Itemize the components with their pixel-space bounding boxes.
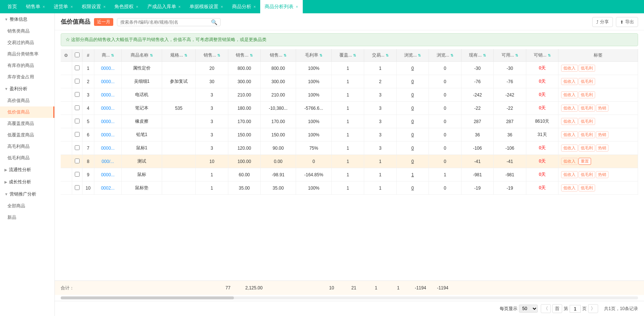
col-browse1[interactable]: 浏览... ⇅	[396, 49, 429, 62]
next-page-button[interactable]: 〉	[588, 304, 598, 313]
row-select-checkbox[interactable]	[75, 65, 80, 70]
nav-product-analysis-list[interactable]: 商品分析列表 ×	[260, 0, 302, 13]
row-browse1[interactable]: 0	[396, 142, 429, 155]
page-size-select[interactable]: 50 20 100	[519, 305, 538, 313]
close-icon[interactable]: ×	[136, 4, 138, 9]
row-settings[interactable]	[61, 168, 72, 181]
prev-page-button[interactable]: 〈	[541, 304, 551, 313]
row-select-checkbox[interactable]	[75, 105, 80, 110]
col-sellable[interactable]: 可销... ⇅	[526, 49, 559, 62]
sidebar-item-new-products[interactable]: 新品	[0, 212, 54, 223]
sidebar-item-high-coverage[interactable]: 高覆盖度商品	[0, 118, 54, 129]
row-checkbox[interactable]	[72, 115, 82, 128]
row-checkbox[interactable]	[72, 102, 82, 115]
row-checkbox[interactable]	[72, 128, 82, 142]
browse1-link[interactable]: 0	[411, 79, 414, 84]
nav-purchase[interactable]: 进货单 ×	[49, 0, 77, 13]
nav-product-analysis[interactable]: 商品分析 ×	[228, 0, 260, 13]
export-button[interactable]: ⬆ 导出	[616, 17, 638, 27]
row-browse1[interactable]: 0	[396, 115, 429, 128]
close-icon[interactable]: ×	[70, 4, 73, 9]
row-select-checkbox[interactable]	[75, 92, 80, 97]
sidebar-item-low-value[interactable]: 低价值商品	[0, 106, 54, 118]
sidebar-item-category-rate[interactable]: 商品分类销售率	[0, 48, 54, 60]
row-browse1[interactable]: 1	[396, 168, 429, 181]
sidebar-item-sales-products[interactable]: 销售类商品	[0, 26, 54, 37]
col-sale2[interactable]: 销售... ⇅	[228, 49, 261, 62]
sidebar-group-circulation[interactable]: ▶流通性分析	[0, 164, 54, 176]
row-settings[interactable]	[61, 102, 72, 115]
nav-role[interactable]: 角色授权 ×	[110, 0, 142, 13]
row-browse1[interactable]: 0	[396, 155, 429, 168]
close-icon[interactable]: ×	[43, 4, 45, 9]
row-checkbox[interactable]	[72, 88, 82, 102]
period-button[interactable]: 近一月	[94, 18, 113, 26]
row-settings[interactable]	[61, 155, 72, 168]
col-current[interactable]: 现有... ⇅	[461, 49, 494, 62]
browse1-link[interactable]: 0	[411, 146, 414, 151]
page-number-input[interactable]	[570, 305, 581, 313]
sidebar-item-all-products[interactable]: 全部商品	[0, 200, 54, 212]
browse1-link[interactable]: 0	[411, 119, 414, 124]
row-browse1[interactable]: 0	[396, 75, 429, 88]
row-browse1[interactable]: 0	[396, 128, 429, 142]
col-browse2[interactable]: 浏览... ⇅	[429, 49, 462, 62]
browse1-link[interactable]: 0	[411, 159, 414, 164]
col-sale3[interactable]: 销售... ⇅	[261, 49, 296, 62]
col-available[interactable]: 可用... ⇅	[494, 49, 526, 62]
sidebar-item-low-profit[interactable]: 低毛利商品	[0, 152, 54, 164]
nav-template[interactable]: 单据模板设置 ×	[185, 0, 227, 13]
sidebar-group-profit[interactable]: ▼盈利分析	[0, 83, 54, 95]
row-checkbox[interactable]	[72, 181, 82, 195]
col-settings[interactable]: ⚙	[61, 49, 72, 62]
browse1-link[interactable]: 0	[411, 132, 414, 137]
row-settings[interactable]	[61, 128, 72, 142]
close-icon[interactable]: ×	[103, 4, 105, 9]
col-gross[interactable]: 毛利率 ⇅	[296, 49, 332, 62]
row-settings[interactable]	[61, 181, 72, 195]
sidebar-group-marketing[interactable]: ▼营销推广分析	[0, 188, 54, 200]
row-settings[interactable]	[61, 75, 72, 88]
nav-home[interactable]: 首页	[3, 0, 21, 13]
row-settings[interactable]	[61, 142, 72, 155]
row-checkbox[interactable]	[72, 75, 82, 88]
select-all-checkbox[interactable]	[75, 52, 80, 57]
row-checkbox[interactable]	[72, 142, 82, 155]
close-icon[interactable]: ×	[296, 4, 298, 9]
col-trade[interactable]: 交易... ⇅	[364, 49, 397, 62]
row-select-checkbox[interactable]	[75, 159, 80, 163]
row-settings[interactable]	[61, 115, 72, 128]
row-browse1[interactable]: 0	[396, 102, 429, 115]
nav-product-storage[interactable]: 产成品入库单 ×	[143, 0, 185, 13]
col-code[interactable]: 商... ⇅	[94, 49, 122, 62]
close-icon[interactable]: ×	[254, 4, 256, 9]
row-select-checkbox[interactable]	[75, 185, 80, 190]
sidebar-item-traded-products[interactable]: 交易过的商品	[0, 37, 54, 48]
row-select-checkbox[interactable]	[75, 132, 80, 137]
row-checkbox[interactable]	[72, 155, 82, 168]
sidebar-item-stock-capital[interactable]: 库存资金占用	[0, 71, 54, 83]
browse1-link[interactable]: 0	[411, 106, 414, 111]
nav-permission[interactable]: 权限设置 ×	[77, 0, 110, 13]
row-select-checkbox[interactable]	[75, 145, 80, 150]
browse1-link[interactable]: 0	[411, 92, 414, 98]
browse1-link[interactable]: 0	[411, 66, 414, 71]
sidebar-group-growth[interactable]: ▶成长性分析	[0, 176, 54, 188]
row-checkbox[interactable]	[72, 62, 82, 75]
close-icon[interactable]: ×	[221, 4, 223, 9]
search-icon[interactable]: 🔍	[211, 19, 217, 25]
sidebar-item-stock-products[interactable]: 有库存的商品	[0, 60, 54, 71]
sidebar-item-high-profit[interactable]: 高毛利商品	[0, 141, 54, 152]
row-browse1[interactable]: 0	[396, 62, 429, 75]
horizontal-scrollbar[interactable]	[61, 296, 638, 299]
scrollbar-thumb[interactable]	[61, 296, 234, 299]
row-select-checkbox[interactable]	[75, 79, 80, 84]
col-sale1[interactable]: 销售... ⇅	[196, 49, 228, 62]
browse1-link[interactable]: 0	[411, 186, 414, 191]
nav-sales[interactable]: 销售单 ×	[21, 0, 49, 13]
row-checkbox[interactable]	[72, 168, 82, 181]
sidebar-item-low-coverage[interactable]: 低覆盖度商品	[0, 129, 54, 141]
row-browse1[interactable]: 0	[396, 88, 429, 102]
close-icon[interactable]: ×	[178, 4, 181, 9]
col-spec[interactable]: 规格... ⇅	[162, 49, 196, 62]
